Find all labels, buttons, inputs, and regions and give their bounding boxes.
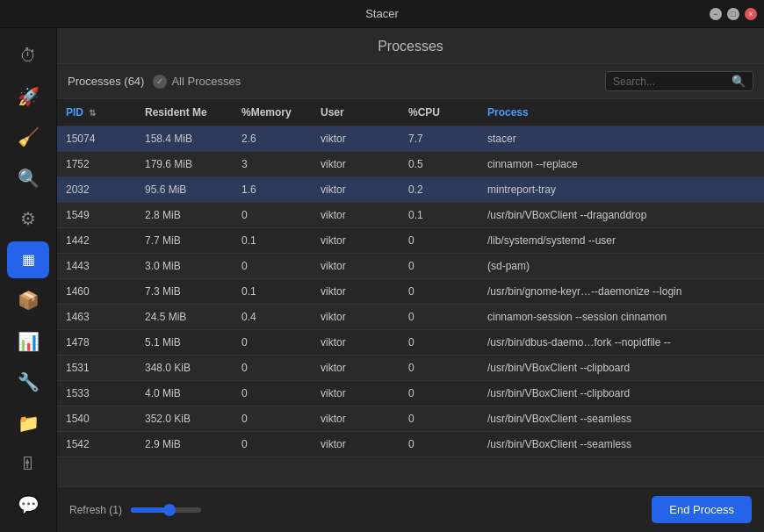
sidebar-item-packages[interactable]: 📁 bbox=[7, 405, 49, 442]
table-cell-col-pid: 1442 bbox=[57, 228, 136, 254]
table-cell-col-cpu: 0 bbox=[400, 432, 479, 457]
table-cell-col-process: (sd-pam) bbox=[479, 254, 764, 279]
sidebar-item-processes[interactable]: ▦ bbox=[7, 241, 49, 279]
col-header-pct-memory[interactable]: %Memory bbox=[233, 99, 312, 126]
table-cell-col-user: viktor bbox=[312, 254, 400, 279]
table-cell-col-cpu: 0 bbox=[400, 381, 479, 406]
table-row[interactable]: 15074158.4 MiB2.6viktor7.7stacer bbox=[57, 126, 764, 152]
table-row[interactable]: 146324.5 MiB0.4viktor0cinnamon-session -… bbox=[57, 305, 764, 330]
table-cell-col-user: viktor bbox=[312, 305, 400, 330]
sort-icon: ⇅ bbox=[89, 108, 96, 118]
all-processes-label: All Processes bbox=[171, 75, 241, 88]
sidebar-item-services[interactable]: 🧹 bbox=[7, 119, 49, 156]
col-header-process[interactable]: Process bbox=[479, 99, 764, 126]
refresh-label: Refresh (1) bbox=[69, 504, 122, 516]
table-cell-col-mem: 5.1 MiB bbox=[136, 330, 233, 356]
table-cell-col-pct-mem: 0 bbox=[233, 432, 312, 457]
table-cell-col-mem: 3.0 MiB bbox=[136, 254, 233, 279]
table-cell-col-process: /usr/bin/gnome-keyr…--daemonize --login bbox=[479, 279, 764, 305]
sidebar-item-tools[interactable]: 🔧 bbox=[7, 363, 49, 401]
table-cell-col-pid: 15074 bbox=[57, 126, 136, 152]
table-cell-col-pct-mem: 0 bbox=[233, 203, 312, 228]
table-header-row: PID ⇅ Resident Me %Memory User bbox=[57, 99, 764, 126]
refresh-slider[interactable] bbox=[131, 507, 201, 513]
sidebar-item-startup[interactable]: 🚀 bbox=[7, 78, 49, 116]
table-cell-col-pid: 1542 bbox=[57, 432, 136, 457]
title-bar: Stacer − □ × bbox=[0, 0, 764, 28]
search-input[interactable] bbox=[613, 75, 727, 88]
table-cell-col-mem: 2.9 MiB bbox=[136, 432, 233, 457]
page-title: Processes bbox=[57, 28, 764, 64]
table-cell-col-mem: 348.0 KiB bbox=[136, 356, 233, 381]
table-cell-col-process: stacer bbox=[479, 126, 764, 152]
sidebar: ⏱ 🚀 🧹 🔍 ⚙ ▦ 📦 📊 🔧 📁 🎚 bbox=[0, 28, 57, 532]
table-cell-col-user: viktor bbox=[312, 152, 400, 177]
table-cell-col-cpu: 0 bbox=[400, 254, 479, 279]
table-row[interactable]: 1752179.6 MiB3viktor0.5cinnamon --replac… bbox=[57, 152, 764, 177]
table-row[interactable]: 14427.7 MiB0.1viktor0/lib/systemd/system… bbox=[57, 228, 764, 254]
table-cell-col-mem: 4.0 MiB bbox=[136, 381, 233, 406]
table-row[interactable]: 14785.1 MiB0viktor0/usr/bin/dbus-daemo…f… bbox=[57, 330, 764, 356]
table-cell-col-cpu: 0 bbox=[400, 406, 479, 432]
table-row[interactable]: 15422.9 MiB0viktor0/usr/bin/VBoxClient -… bbox=[57, 432, 764, 457]
sidebar-item-search[interactable]: 🔍 bbox=[7, 160, 49, 198]
table-cell-col-pid: 1533 bbox=[57, 381, 136, 406]
footer: Refresh (1) End Process bbox=[57, 486, 764, 532]
table-row[interactable]: 15334.0 MiB0viktor0/usr/bin/VBoxClient -… bbox=[57, 381, 764, 406]
table-cell-col-cpu: 0.2 bbox=[400, 177, 479, 203]
table-cell-col-process: /usr/bin/VBoxClient --draganddrop bbox=[479, 203, 764, 228]
table-cell-col-user: viktor bbox=[312, 432, 400, 457]
minimize-button[interactable]: − bbox=[710, 8, 722, 20]
table-cell-col-cpu: 0 bbox=[400, 356, 479, 381]
table-row[interactable]: 15492.8 MiB0viktor0.1/usr/bin/VBoxClient… bbox=[57, 203, 764, 228]
table-row[interactable]: 203295.6 MiB1.6viktor0.2mintreport-tray bbox=[57, 177, 764, 203]
table-cell-col-process: /usr/bin/VBoxClient --clipboard bbox=[479, 381, 764, 406]
table-cell-col-mem: 24.5 MiB bbox=[136, 305, 233, 330]
col-header-user[interactable]: User bbox=[312, 99, 400, 126]
startup-icon: 🚀 bbox=[18, 86, 40, 107]
table-cell-col-cpu: 0 bbox=[400, 228, 479, 254]
all-processes-button[interactable]: ✓ All Processes bbox=[153, 75, 241, 89]
maximize-button[interactable]: □ bbox=[727, 8, 739, 20]
sidebar-item-resources[interactable]: 📊 bbox=[7, 323, 49, 361]
sidebar-item-settings[interactable]: ⚙ bbox=[7, 200, 49, 238]
table-cell-col-user: viktor bbox=[312, 279, 400, 305]
tools-icon: 🔧 bbox=[18, 371, 40, 392]
table-cell-col-process: /usr/bin/VBoxClient --seamless bbox=[479, 406, 764, 432]
table-cell-col-mem: 158.4 MiB bbox=[136, 126, 233, 152]
table-cell-col-pct-mem: 0 bbox=[233, 356, 312, 381]
table-cell-col-mem: 179.6 MiB bbox=[136, 152, 233, 177]
search-box: 🔍 bbox=[605, 71, 753, 91]
sidebar-item-dashboard[interactable]: ⏱ bbox=[7, 37, 49, 75]
col-header-memory[interactable]: Resident Me bbox=[136, 99, 233, 126]
table-row[interactable]: 1540352.0 KiB0viktor0/usr/bin/VBoxClient… bbox=[57, 406, 764, 432]
resources-icon: 📊 bbox=[18, 331, 40, 352]
settings-icon: ⚙ bbox=[20, 208, 36, 229]
slider-fill bbox=[131, 507, 166, 513]
table-row[interactable]: 14433.0 MiB0viktor0(sd-pam) bbox=[57, 254, 764, 279]
sidebar-item-tweaks[interactable]: 🎚 bbox=[7, 445, 49, 483]
end-process-button[interactable]: End Process bbox=[652, 496, 752, 523]
dashboard-icon: ⏱ bbox=[19, 46, 37, 66]
table-cell-col-user: viktor bbox=[312, 381, 400, 406]
table-cell-col-user: viktor bbox=[312, 406, 400, 432]
table-cell-col-user: viktor bbox=[312, 126, 400, 152]
close-button[interactable]: × bbox=[745, 8, 757, 20]
table-cell-col-mem: 2.8 MiB bbox=[136, 203, 233, 228]
sidebar-item-terminal[interactable]: 💬 bbox=[7, 486, 49, 524]
table-cell-col-pct-mem: 0 bbox=[233, 381, 312, 406]
col-header-pid[interactable]: PID ⇅ bbox=[57, 99, 136, 126]
table-cell-col-pct-mem: 0.1 bbox=[233, 228, 312, 254]
table-row[interactable]: 14607.3 MiB0.1viktor0/usr/bin/gnome-keyr… bbox=[57, 279, 764, 305]
table-cell-col-pct-mem: 0 bbox=[233, 406, 312, 432]
table-cell-col-process: /usr/bin/VBoxClient --seamless bbox=[479, 432, 764, 457]
col-header-cpu[interactable]: %CPU bbox=[400, 99, 479, 126]
pid-label: PID bbox=[66, 106, 83, 119]
terminal-icon: 💬 bbox=[18, 494, 40, 515]
app-title: Stacer bbox=[365, 7, 399, 20]
sidebar-item-uninstaller[interactable]: 📦 bbox=[7, 282, 49, 320]
slider-thumb[interactable] bbox=[163, 504, 176, 516]
table-cell-col-mem: 7.3 MiB bbox=[136, 279, 233, 305]
table-cell-col-process: /lib/systemd/systemd --user bbox=[479, 228, 764, 254]
table-row[interactable]: 1531348.0 KiB0viktor0/usr/bin/VBoxClient… bbox=[57, 356, 764, 381]
